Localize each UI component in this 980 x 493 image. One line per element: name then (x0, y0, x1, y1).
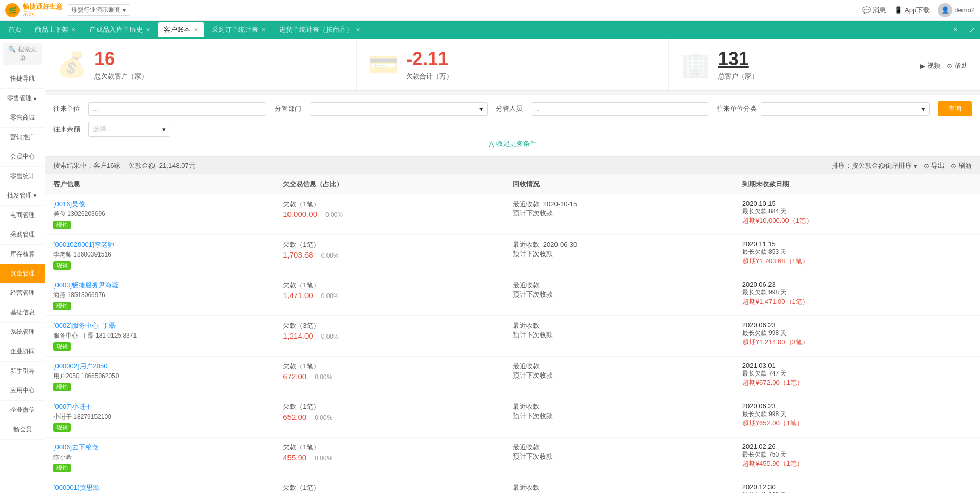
customer-name-0[interactable]: [0016]吴俊 (53, 200, 283, 209)
customer-name-7[interactable]: [000001]黄思源 (53, 483, 283, 492)
filter-balance: 往来余额 选择... ▾ (53, 122, 972, 137)
sort-btn[interactable]: 排序：按欠款金额倒序排序 ▾ (832, 161, 917, 170)
tab-home[interactable]: 首页 (2, 22, 28, 37)
sidebar-item-operations[interactable]: 经营管理 (0, 284, 45, 303)
repay-info-4: 最近收款 (513, 362, 742, 371)
customer-contact-2: 海燕 18513066976 (53, 291, 283, 300)
export-btn[interactable]: ⊙ 导出 (924, 161, 945, 170)
customer-name-1[interactable]: [0001020001]李老师 (53, 240, 283, 249)
overdue-text-6[interactable]: 超期¥455.90（1笔） (742, 459, 972, 468)
chevron-down-icon-2: ▼ (33, 193, 38, 199)
view-label: 视频 (927, 61, 940, 70)
debt-info-cell-7: 欠款（1笔） 429.00 0.00% (283, 483, 512, 493)
overdue-text-5[interactable]: 超期¥652.00（1笔） (742, 419, 972, 428)
sidebar-item-retail-mgmt[interactable]: 零售管理 ▲ (0, 89, 45, 108)
sidebar-retail-mgmt-label: 零售管理 (7, 94, 32, 103)
tab-production[interactable]: 产成品入库单历史 ✕ (83, 22, 157, 37)
sidebar-item-enterprise-collab[interactable]: 企业协同 (0, 342, 45, 362)
due-date-cell-0: 2020.10.15 最长欠款 884 天 超期¥10,000.00（1笔） (742, 200, 972, 225)
query-button[interactable]: 查询 (938, 101, 972, 116)
debt-info-cell-0: 欠款（1笔） 10,000.00 0.00% (283, 200, 512, 219)
sidebar-item-wholesale-mgmt[interactable]: 批发管理 ▼ (0, 186, 45, 206)
sidebar-item-app-center[interactable]: 应用中心 (0, 381, 45, 401)
sidebar-item-marketing[interactable]: 营销推广 (0, 128, 45, 147)
collapse-row[interactable]: ⋀ 收起更多条件 (53, 137, 972, 150)
debt-amount-3: 1,214.00 (283, 331, 313, 340)
tab-maximize-btn[interactable]: ⤢ (966, 24, 978, 36)
debt-amount-6: 455.90 (283, 453, 306, 462)
last-repay-label-4: 最近收款 (513, 362, 540, 370)
source-unit-input[interactable]: ... (88, 102, 266, 116)
person-input[interactable]: ... (531, 102, 709, 116)
sidebar-item-inventory[interactable]: 库存核算 (0, 245, 45, 264)
debt-amount-5: 652.00 (283, 412, 306, 421)
sidebar-item-basic-info[interactable]: 基础信息 (0, 303, 45, 323)
customer-name-5[interactable]: [0007]小进干 (53, 402, 283, 411)
sidebar-item-finance[interactable]: 资金管理 (0, 264, 45, 284)
help-btn[interactable]: ⊙ 帮助 (947, 61, 968, 70)
unit-category-select[interactable]: ▾ (761, 102, 930, 116)
debt-cell-0: 10,000.00 0.00% (283, 209, 512, 219)
sidebar-item-retail-stats[interactable]: 零售统计 (0, 167, 45, 186)
sidebar-search-area[interactable]: 🔍 搜索菜单 (0, 39, 45, 69)
tab-collapse-btn[interactable]: × (949, 24, 962, 36)
tab-customer-account-close[interactable]: ✕ (194, 27, 198, 33)
sidebar-system-mgmt-label: 系统管理 (10, 328, 35, 337)
sidebar-item-quick-nav[interactable]: 快捷导航 (0, 69, 45, 89)
search-menu-box[interactable]: 🔍 搜索菜单 (3, 43, 42, 65)
overdue-text-1[interactable]: 超期¥1,703.68（1笔） (742, 257, 972, 266)
debt-ratio-6: 0.00% (315, 455, 332, 462)
filter-person: 分管人员 ... (496, 102, 709, 116)
user-avatar-btn[interactable]: 👤 demo2 (938, 3, 975, 17)
dept-select[interactable]: ▾ (310, 102, 488, 116)
message-btn[interactable]: 💬 消息 (862, 6, 886, 15)
data-table: 客户信息 欠交易信息（占比） 回收情况 到期未收款日期 [0016]吴俊 吴俊 … (45, 174, 980, 493)
sidebar-ecommerce-label: 电商管理 (10, 211, 35, 220)
customer-name-4[interactable]: [000002]用户2050 (53, 362, 283, 371)
debt-info-cell-6: 欠款（1笔） 455.90 0.00% (283, 443, 512, 462)
overdue-text-2[interactable]: 超期¥1,471.00（1笔） (742, 297, 972, 306)
sidebar-item-system-mgmt[interactable]: 系统管理 (0, 323, 45, 342)
repay-cell-5: 最近收款 预计下次收款 (513, 402, 742, 421)
tab-stock-stats[interactable]: 进货单统计表（按商品） ✕ (273, 22, 367, 37)
sidebar-item-new-guide[interactable]: 新手引导 (0, 362, 45, 381)
col-header-customer: 客户信息 (53, 180, 283, 189)
last-repay-label-5: 最近收款 (513, 403, 540, 410)
tab-products[interactable]: 商品上下架 ✕ (29, 22, 82, 37)
sidebar-purchase-mgmt-label: 采购管理 (10, 230, 35, 239)
overdue-text-4[interactable]: 超期¥672.00（1笔） (742, 378, 972, 387)
refresh-btn[interactable]: ⊙ 刷新 (951, 161, 972, 170)
sidebar-item-member-center[interactable]: 会员中心 (0, 147, 45, 167)
sidebar-item-ecommerce[interactable]: 电商管理 (0, 206, 45, 225)
sidebar-item-vip-member[interactable]: 畅会员 (0, 420, 45, 440)
top-bar-left: 🌿 畅捷通好生意 示范 母婴行业演示账套 ▾ (5, 3, 130, 17)
filter-area: 往来单位 ... 分管部门 ▾ 分管人员 ... (45, 95, 980, 157)
sidebar-retail-stats-label: 零售统计 (10, 172, 35, 181)
debt-info-cell-5: 欠款（1笔） 652.00 0.00% (283, 402, 512, 421)
overdue-text-0[interactable]: 超期¥10,000.00（1笔） (742, 216, 972, 225)
view-video-btn[interactable]: ▶ 视频 (920, 61, 940, 70)
customer-name-2[interactable]: [0003]畅捷服务尹海蕊 (53, 281, 283, 290)
tab-stock-stats-close[interactable]: ✕ (356, 27, 360, 33)
max-days-3: 最长欠款 998 天 (742, 329, 972, 338)
table-row: [000001]黄思源 黄思源 13552700226 现销 欠款（1笔） 42… (45, 478, 980, 493)
tab-purchase-order[interactable]: 采购订单统计表 ✕ (205, 22, 272, 37)
overdue-text-3[interactable]: 超期¥1,214.00（3笔） (742, 338, 972, 347)
sidebar-item-enterprise-wecom[interactable]: 企业微信 (0, 401, 45, 420)
customer-name-3[interactable]: [0002]服务中心_丁磊 (53, 321, 283, 330)
industry-selector[interactable]: 母婴行业演示账套 ▾ (67, 4, 130, 16)
sidebar-item-retail-mall[interactable]: 零售商城 (0, 108, 45, 128)
next-repay-4: 预计下次收款 (513, 371, 742, 380)
stat-card-debtors: 💰 16 总欠款客户（家） (45, 39, 357, 90)
sidebar-item-purchase-mgmt[interactable]: 采购管理 (0, 225, 45, 245)
debt-amount-2: 1,471.00 (283, 291, 313, 300)
customer-name-6[interactable]: [0006]去下粮仓 (53, 443, 283, 452)
balance-select[interactable]: 选择... ▾ (88, 122, 170, 137)
app-download-btn[interactable]: 📱 App下载 (894, 6, 930, 15)
tab-production-close[interactable]: ✕ (146, 27, 150, 33)
debt-summary-text: 欠款金额 -21,148.07元 (128, 162, 196, 169)
tab-purchase-order-close[interactable]: ✕ (261, 27, 266, 33)
tab-customer-account[interactable]: 客户账本 ✕ (158, 22, 204, 37)
debt-info-cell-1: 欠款（1笔） 1,703.68 0.00% (283, 240, 512, 259)
tab-products-close[interactable]: ✕ (71, 27, 76, 33)
